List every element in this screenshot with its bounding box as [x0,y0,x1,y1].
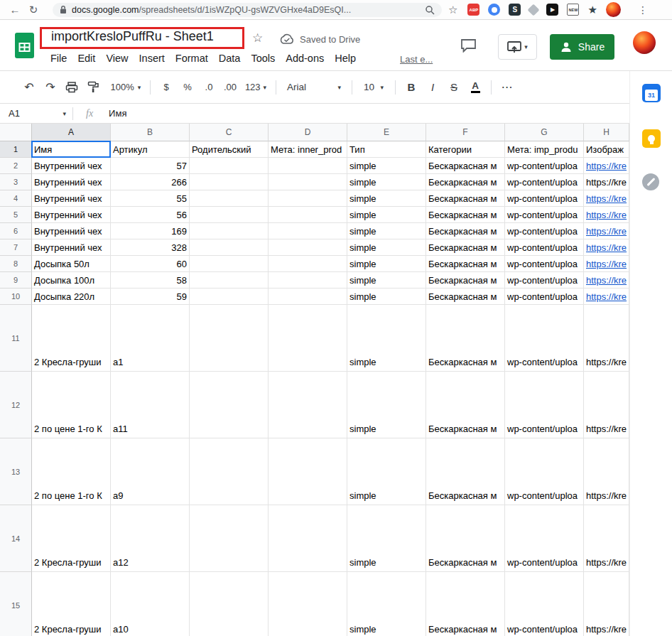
cell-G15[interactable]: wp-content/uploa [505,572,584,636]
menu-tools[interactable]: Tools [251,53,275,64]
cell-C9[interactable] [190,272,269,289]
cell-E14[interactable]: simple [347,505,426,572]
star-document-icon[interactable]: ☆ [252,31,263,45]
cell-D14[interactable] [269,505,347,572]
cell-C7[interactable] [190,239,269,256]
row-header-12[interactable]: 12 [0,372,32,438]
row-header-7[interactable]: 7 [0,239,32,256]
cell-H5[interactable]: https://kre [584,207,629,223]
cell-link[interactable]: https://kre [586,291,627,302]
text-color-button[interactable]: A [465,77,486,97]
cell-D4[interactable] [269,190,347,207]
cell-H6[interactable]: https://kre [584,223,629,239]
cell-D11[interactable] [269,305,347,372]
cell-H4[interactable]: https://kre [584,190,629,207]
format-percent-button[interactable]: % [177,77,198,97]
cell-E2[interactable]: simple [347,158,426,174]
cell-E6[interactable]: simple [347,223,426,239]
cell-C5[interactable] [190,207,269,223]
cell-D15[interactable] [269,572,347,636]
cell-E8[interactable]: simple [347,256,426,272]
extension-star-icon[interactable]: ★ [587,4,597,16]
browser-profile-avatar[interactable] [606,2,621,17]
sheets-logo-icon[interactable] [15,33,34,58]
cell-A15[interactable]: 2 Кресла-груши [32,572,111,636]
cell-C14[interactable] [190,505,269,572]
cell-D1[interactable]: Мета: inner_prod [269,141,347,158]
cell-E7[interactable]: simple [347,239,426,256]
cell-A1[interactable]: Имя [32,141,111,158]
cell-E5[interactable]: simple [347,207,426,223]
format-currency-button[interactable]: $ [156,77,177,97]
cell-G4[interactable]: wp-content/uploa [505,190,584,207]
column-header-H[interactable]: H [584,124,629,141]
cell-E11[interactable]: simple [347,305,426,372]
row-header-14[interactable]: 14 [0,505,32,572]
cell-F2[interactable]: Бескаркасная м [426,158,505,174]
row-header-8[interactable]: 8 [0,256,32,272]
cell-B4[interactable]: 55 [111,190,190,207]
cell-A13[interactable]: 2 по цене 1-го К [32,438,111,505]
redo-button[interactable]: ↷ [40,77,61,97]
cell-F13[interactable]: Бескаркасная м [426,438,505,505]
cell-G14[interactable]: wp-content/uploa [505,505,584,572]
cell-F3[interactable]: Бескаркасная м [426,174,505,190]
cell-F11[interactable]: Бескаркасная м [426,305,505,372]
cell-link[interactable]: https://kre [586,259,627,269]
cell-C10[interactable] [190,289,269,305]
cell-A5[interactable]: Внутренний чех [32,207,111,223]
cell-H3[interactable]: https://kre [584,174,629,190]
menu-data[interactable]: Data [219,53,241,64]
document-title[interactable]: importKresloPuffRu - Sheet1 [51,29,214,44]
cell-G2[interactable]: wp-content/uploa [505,158,584,174]
cell-B10[interactable]: 59 [111,289,190,305]
column-header-D[interactable]: D [269,124,347,141]
column-header-C[interactable]: C [190,124,269,141]
cell-link[interactable]: https://kre [586,210,627,220]
cell-F9[interactable]: Бескаркасная м [426,272,505,289]
menu-help[interactable]: Help [335,53,356,64]
more-toolbar-button[interactable]: ⋯ [497,77,518,97]
cell-C3[interactable] [190,174,269,190]
cell-F8[interactable]: Бескаркасная м [426,256,505,272]
cell-G6[interactable]: wp-content/uploa [505,223,584,239]
cell-C11[interactable] [190,305,269,372]
menu-format[interactable]: Format [175,53,208,64]
cell-E15[interactable]: simple [347,572,426,636]
row-header-10[interactable]: 10 [0,289,32,305]
row-header-2[interactable]: 2 [0,158,32,174]
formula-input[interactable]: Имя [109,108,126,119]
menu-view[interactable]: View [106,53,128,64]
cell-H14[interactable]: https://kre [584,505,629,572]
cell-A3[interactable]: Внутренний чех [32,174,111,190]
cell-link[interactable]: https://kre [586,275,627,286]
cell-A4[interactable]: Внутренний чех [32,190,111,207]
cell-G5[interactable]: wp-content/uploa [505,207,584,223]
cell-B12[interactable]: a11 [111,372,190,438]
address-bar[interactable]: docs.google.com/spreadsheets/d/1isWZpQU-… [53,3,442,17]
cell-H15[interactable]: https://kre [584,572,629,636]
number-format-button[interactable]: 123 ▾ [241,77,271,97]
column-header-E[interactable]: E [347,124,426,141]
row-header-3[interactable]: 3 [0,174,32,190]
cell-H12[interactable]: https://kre [584,372,629,438]
extension-diamond-icon[interactable] [528,4,540,16]
extension-s-icon[interactable]: S [509,4,521,16]
cell-F4[interactable]: Бескаркасная м [426,190,505,207]
name-box[interactable]: A1 ▾ [0,104,72,123]
row-header-1[interactable]: 1 [0,141,32,158]
undo-button[interactable]: ↶ [18,77,40,97]
row-header-9[interactable]: 9 [0,272,32,289]
cell-D12[interactable] [269,372,347,438]
cell-A11[interactable]: 2 Кресла-груши [32,305,111,372]
cell-B2[interactable]: 57 [111,158,190,174]
cell-D6[interactable] [269,223,347,239]
cell-D7[interactable] [269,239,347,256]
cell-F15[interactable]: Бескаркасная м [426,572,505,636]
cell-D10[interactable] [269,289,347,305]
cell-D2[interactable] [269,158,347,174]
bookmark-star-icon[interactable]: ☆ [448,4,457,16]
addon-circle-icon[interactable] [642,173,659,190]
cell-F1[interactable]: Категории [426,141,505,158]
zoom-select[interactable]: 100% ▾ [107,77,145,97]
